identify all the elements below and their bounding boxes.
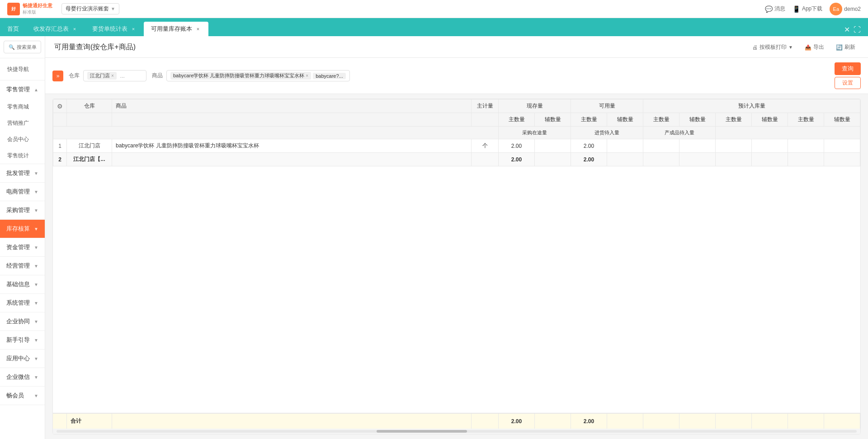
scrollbar-thumb[interactable] bbox=[377, 430, 467, 433]
sidebar-section-operations: 经营管理 ▼ bbox=[0, 257, 45, 275]
sidebar-section-wechat-header[interactable]: 企业微信 ▼ bbox=[0, 368, 45, 386]
tab-available-close[interactable]: × bbox=[195, 26, 201, 32]
sidebar-item-retail-mall[interactable]: 零售商城 bbox=[0, 99, 45, 115]
sidebar-section-system-header[interactable]: 系统管理 ▼ bbox=[0, 294, 45, 312]
table-header-row: ⚙ 仓库 商品 主计量 现存量 可用量 预计入库量 bbox=[53, 99, 860, 113]
tab-order-close[interactable]: × bbox=[130, 26, 137, 32]
chevron-down-icon4: ▼ bbox=[34, 227, 38, 231]
sidebar-section-cooperation-header[interactable]: 企业协同 ▼ bbox=[0, 312, 45, 330]
th-stock-main: 主数量 bbox=[499, 113, 535, 127]
th-purchase-transit-label: 采购在途量 bbox=[499, 127, 571, 139]
th-product-pending-label: 产成品待入量 bbox=[643, 127, 716, 139]
sidebar-section-wholesale-header[interactable]: 批发管理 ▼ bbox=[0, 164, 45, 182]
export-icon: 📤 bbox=[805, 44, 811, 51]
sidebar-section-purchase-header[interactable]: 采购管理 ▼ bbox=[0, 201, 45, 219]
td-group-product bbox=[112, 153, 472, 166]
page-actions: 🖨 按模板打印 ▼ 📤 导出 🔄 刷新 bbox=[749, 42, 859, 53]
td-stock-aux bbox=[535, 139, 571, 153]
sidebar-section-guide: 新手引导 ▼ bbox=[0, 331, 45, 349]
table-settings-icon[interactable]: ⚙ bbox=[57, 103, 63, 110]
table-area: ⚙ 仓库 商品 主计量 现存量 可用量 预计入库量 bbox=[52, 99, 861, 434]
sidebar-section-retail: 零售管理 ▲ 零售商城 营销推广 会员中心 零售统计 bbox=[0, 80, 45, 164]
user-avatar-area[interactable]: Ea demo2 bbox=[830, 3, 861, 15]
sidebar-item-marketing[interactable]: 营销推广 bbox=[0, 115, 45, 131]
footer-pp-main bbox=[716, 414, 752, 429]
sidebar-section-basic-header[interactable]: 基础信息 ▼ bbox=[0, 275, 45, 293]
warehouse-tag-close[interactable]: × bbox=[111, 73, 114, 78]
footer-spacer1 bbox=[53, 414, 66, 429]
td-seq: 1 bbox=[53, 139, 67, 153]
th-purchase-transit-aux: 辅数量 bbox=[679, 113, 716, 127]
tab-available[interactable]: 可用量库存账本 × bbox=[144, 22, 208, 36]
horizontal-scrollbar[interactable] bbox=[53, 429, 860, 434]
th-purchase-pending-main: 主数量 bbox=[716, 113, 752, 127]
app-download-button[interactable]: 📱 App下载 bbox=[793, 5, 822, 13]
refresh-button[interactable]: 🔄 刷新 bbox=[832, 42, 859, 53]
sidebar-section-retail-header[interactable]: 零售管理 ▲ bbox=[0, 80, 45, 99]
retail-label: 零售管理 bbox=[6, 85, 30, 94]
footer-pt-aux bbox=[679, 414, 716, 429]
product-filter-group: 商品 babycare学饮杯 儿童防摔防撞吸管杯重力球吸嘴杯宝宝水杯 × bab… bbox=[152, 70, 350, 81]
footer-stock-aux bbox=[535, 414, 571, 429]
tab-order-label: 要货单统计表 bbox=[92, 25, 127, 33]
warehouse-tag-text: 江北门店 bbox=[90, 72, 110, 79]
logo-text: 畅捷通好生意 标准版 bbox=[23, 2, 52, 15]
footer-pt-main bbox=[643, 414, 679, 429]
td-unit: 个 bbox=[472, 139, 499, 153]
print-button[interactable]: 🖨 按模板打印 ▼ bbox=[749, 42, 797, 53]
message-label: 消息 bbox=[774, 5, 785, 13]
cooperation-label: 企业协同 bbox=[6, 317, 30, 326]
tab-close-all-button[interactable]: ✕ bbox=[844, 26, 850, 33]
sidebar-section-basic: 基础信息 ▼ bbox=[0, 275, 45, 294]
download-icon: 📱 bbox=[793, 5, 800, 13]
guide-label: 新手引导 bbox=[6, 336, 30, 344]
ecommerce-label: 电商管理 bbox=[6, 188, 30, 196]
sidebar-item-member[interactable]: 会员中心 bbox=[0, 131, 45, 147]
search-menu-button[interactable]: 🔍 搜索菜单 bbox=[4, 41, 41, 53]
sidebar-section-finance-header[interactable]: 资金管理 ▼ bbox=[0, 238, 45, 256]
tab-home[interactable]: 首页 bbox=[0, 22, 26, 36]
print-label: 按模板打印 bbox=[760, 43, 787, 51]
settings-button[interactable]: 设置 bbox=[835, 77, 861, 89]
td-product-pending-aux bbox=[824, 139, 860, 153]
sidebar-section-guide-header[interactable]: 新手引导 ▼ bbox=[0, 331, 45, 349]
warehouse-tag: 江北门店 × bbox=[87, 72, 117, 80]
chevron-up-icon: ▲ bbox=[34, 87, 38, 92]
footer-unit-spacer bbox=[472, 414, 499, 429]
th-product-pending-main: 主数量 bbox=[788, 113, 824, 127]
sidebar-section-operations-header[interactable]: 经营管理 ▼ bbox=[0, 257, 45, 275]
tab-receive-close[interactable]: × bbox=[71, 26, 78, 32]
td-group-pt-aux bbox=[679, 153, 716, 166]
footer-product-spacer bbox=[112, 414, 472, 429]
sidebar-item-retail-stats[interactable]: 零售统计 bbox=[0, 147, 45, 164]
th-warehouse: 仓库 bbox=[67, 99, 112, 113]
sidebar-section-ecommerce-header[interactable]: 电商管理 ▼ bbox=[0, 183, 45, 201]
top-bar-left: 好 畅捷通好生意 标准版 母婴行业演示账套 ▼ bbox=[7, 2, 119, 15]
warehouse-more-button[interactable]: ... bbox=[118, 73, 127, 79]
tab-home-label: 首页 bbox=[7, 25, 19, 33]
scrollbar-track bbox=[57, 430, 857, 433]
product-tag1-close[interactable]: × bbox=[306, 73, 308, 78]
table-footer: 合计 2.00 2.00 bbox=[53, 413, 860, 429]
company-selector[interactable]: 母婴行业演示账套 ▼ bbox=[61, 3, 119, 14]
product-filter-input[interactable]: babycare学饮杯 儿童防摔防撞吸管杯重力球吸嘴杯宝宝水杯 × babyca… bbox=[166, 70, 350, 81]
message-button[interactable]: 💬 消息 bbox=[765, 5, 785, 13]
tab-receive[interactable]: 收发存汇总表 × bbox=[26, 22, 85, 36]
warehouse-filter-input[interactable]: 江北门店 × ... bbox=[83, 70, 146, 81]
tab-order[interactable]: 要货单统计表 × bbox=[85, 22, 144, 36]
tab-expand-button[interactable]: ⛶ bbox=[854, 26, 861, 33]
th-sub-warehouse bbox=[67, 113, 112, 127]
query-button[interactable]: 查询 bbox=[835, 62, 861, 75]
sidebar-section-member2-header[interactable]: 畅会员 ▼ bbox=[0, 387, 45, 405]
export-button[interactable]: 📤 导出 bbox=[801, 42, 828, 53]
product-tag-2: babycare?... bbox=[313, 73, 346, 79]
filter-expand-button[interactable]: » bbox=[52, 71, 63, 81]
chevron-down-print-icon: ▼ bbox=[788, 45, 793, 50]
purchase-label: 采购管理 bbox=[6, 206, 30, 214]
printer-icon: 🖨 bbox=[752, 44, 758, 51]
td-purchase-transit-aux bbox=[679, 139, 716, 153]
sidebar-section-inventory-header[interactable]: 库存核算 ▼ bbox=[0, 220, 45, 238]
sidebar-section-appcenter-header[interactable]: 应用中心 ▼ bbox=[0, 349, 45, 368]
sidebar-item-quick-nav[interactable]: 快捷导航 bbox=[0, 61, 45, 77]
chevron-down-icon8: ▼ bbox=[34, 301, 38, 306]
